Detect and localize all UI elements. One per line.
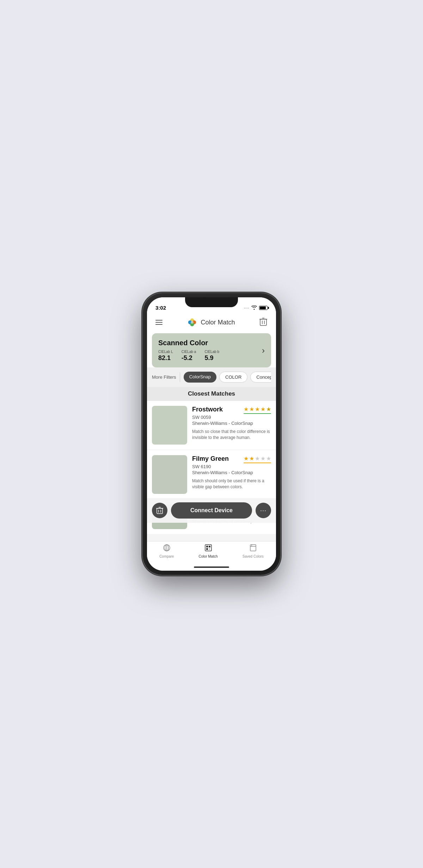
frostwork-code: SW 0059 bbox=[192, 415, 271, 420]
filter-divider bbox=[180, 372, 180, 382]
svg-rect-18 bbox=[205, 545, 212, 551]
more-filters-label[interactable]: More Filters bbox=[152, 374, 176, 380]
lab-l-label: CIELab L bbox=[158, 350, 173, 354]
matches-list[interactable]: Frostwork ★ ★ ★ ★ ★ SW 0059 bbox=[147, 401, 276, 541]
app-title: Color Match bbox=[201, 319, 235, 326]
connect-device-button[interactable]: Connect Device bbox=[171, 502, 252, 519]
wifi-icon bbox=[251, 305, 257, 311]
star-1: ★ bbox=[244, 406, 249, 413]
phone-screen: 3:02 ···· bbox=[147, 297, 276, 571]
frostwork-desc: Match so close that the color difference… bbox=[192, 429, 271, 441]
filmy-green-stars: ★ ★ ★ ★ ★ bbox=[244, 455, 271, 463]
frostwork-name-row: Frostwork ★ ★ ★ ★ ★ bbox=[192, 406, 271, 415]
chip-concepts[interactable]: Concepts bbox=[250, 372, 271, 383]
home-bar bbox=[194, 566, 229, 568]
lab-b-label: CIELab b bbox=[204, 350, 219, 354]
frostwork-brand: Sherwin-Williams - ColorSnap bbox=[192, 421, 271, 426]
star-3: ★ bbox=[255, 406, 260, 413]
battery-icon bbox=[259, 306, 268, 310]
filmy-green-desc: Match should only be used if there is a … bbox=[192, 478, 271, 490]
header-trash-button[interactable] bbox=[258, 316, 269, 329]
frostwork-stars-underline bbox=[244, 413, 271, 414]
saved-colors-label: Saved Colors bbox=[243, 554, 264, 558]
lab-a-group: CIELab a -5.2 bbox=[182, 350, 196, 362]
scanned-color-info: Scanned Color CIELab L 82.1 CIELab a -5.… bbox=[158, 339, 262, 362]
lab-l-value: 82.1 bbox=[158, 354, 173, 362]
filmy-green-name-row: Filmy Green ★ ★ ★ ★ ★ bbox=[192, 455, 271, 464]
frostwork-swatch bbox=[152, 406, 187, 445]
filmy-green-stars-row: ★ ★ ★ ★ ★ bbox=[244, 455, 271, 462]
status-time: 3:02 bbox=[155, 305, 166, 311]
svg-rect-23 bbox=[250, 545, 256, 551]
lab-b-group: CIELab b 5.9 bbox=[204, 350, 219, 362]
app-header: Color Match bbox=[147, 313, 276, 333]
connect-device-overlay: Connect Device ··· bbox=[147, 498, 276, 523]
filmy-green-swatch bbox=[152, 455, 187, 494]
fg-star-4: ★ bbox=[260, 455, 265, 462]
app-logo: Color Match bbox=[186, 317, 235, 328]
overlay-trash-button[interactable] bbox=[152, 503, 167, 518]
svg-rect-19 bbox=[206, 546, 208, 547]
star-4: ★ bbox=[260, 406, 265, 413]
hamburger-icon[interactable] bbox=[154, 318, 164, 326]
svg-rect-21 bbox=[206, 548, 208, 550]
svg-rect-5 bbox=[260, 319, 266, 326]
scanned-values: CIELab L 82.1 CIELab a -5.2 CIELab b 5.9 bbox=[158, 350, 262, 362]
home-indicator bbox=[147, 564, 276, 571]
lab-l-group: CIELab L 82.1 bbox=[158, 350, 173, 362]
color-match-icon bbox=[204, 544, 212, 553]
lab-a-value: -5.2 bbox=[182, 354, 196, 362]
compare-icon bbox=[163, 544, 171, 553]
svg-rect-10 bbox=[157, 508, 163, 514]
filmy-green-name: Filmy Green bbox=[192, 455, 229, 463]
more-options-button[interactable]: ··· bbox=[256, 503, 271, 518]
filmy-green-code: SW 6190 bbox=[192, 464, 271, 469]
filmy-green-info: Filmy Green ★ ★ ★ ★ ★ SW 619 bbox=[192, 455, 271, 490]
star-5: ★ bbox=[266, 406, 271, 413]
section-header-text: Closest Matches bbox=[188, 390, 235, 397]
lab-b-value: 5.9 bbox=[204, 354, 219, 362]
star-2: ★ bbox=[249, 406, 254, 413]
filter-bar: More Filters ColorSnap COLOR Concepts bbox=[147, 367, 276, 387]
notch bbox=[185, 297, 238, 307]
chip-color[interactable]: COLOR bbox=[219, 372, 247, 383]
phone-frame: 3:02 ···· bbox=[143, 293, 280, 575]
match-item-filmy-green[interactable]: Filmy Green ★ ★ ★ ★ ★ SW 619 bbox=[147, 450, 276, 499]
bottom-nav: Compare Color Match bbox=[147, 541, 276, 564]
color-match-label: Color Match bbox=[199, 554, 218, 558]
nav-compare[interactable]: Compare bbox=[159, 544, 174, 558]
closest-matches-header: Closest Matches bbox=[147, 387, 276, 401]
logo-icon bbox=[186, 317, 198, 328]
compare-label: Compare bbox=[159, 554, 174, 558]
status-icons: ···· bbox=[244, 305, 268, 311]
chevron-right-icon: › bbox=[262, 346, 265, 355]
chip-colorsnap[interactable]: ColorSnap bbox=[184, 372, 216, 383]
nav-color-match[interactable]: Color Match bbox=[199, 544, 218, 558]
signal-icon: ···· bbox=[244, 306, 249, 310]
scanned-color-section[interactable]: Scanned Color CIELab L 82.1 CIELab a -5.… bbox=[152, 333, 271, 367]
nav-saved-colors[interactable]: Saved Colors bbox=[243, 544, 264, 558]
fg-star-1: ★ bbox=[244, 455, 249, 462]
filmy-green-stars-underline bbox=[244, 463, 271, 463]
saved-colors-icon bbox=[249, 544, 257, 553]
frostwork-info: Frostwork ★ ★ ★ ★ ★ SW 0059 bbox=[192, 406, 271, 441]
lab-a-label: CIELab a bbox=[182, 350, 196, 354]
fg-star-5: ★ bbox=[266, 455, 271, 462]
frostwork-stars: ★ ★ ★ ★ ★ bbox=[244, 406, 271, 414]
svg-rect-20 bbox=[209, 546, 210, 547]
frostwork-stars-row: ★ ★ ★ ★ ★ bbox=[244, 406, 271, 413]
scanned-title: Scanned Color bbox=[158, 339, 262, 347]
fg-star-2: ★ bbox=[249, 455, 254, 462]
match-item-frostwork[interactable]: Frostwork ★ ★ ★ ★ ★ SW 0059 bbox=[147, 401, 276, 450]
filter-chips: ColorSnap COLOR Concepts bbox=[184, 372, 271, 383]
filmy-green-brand: Sherwin-Williams - ColorSnap bbox=[192, 470, 271, 475]
svg-point-4 bbox=[191, 321, 194, 324]
frostwork-name: Frostwork bbox=[192, 406, 223, 413]
fg-star-3: ★ bbox=[255, 455, 260, 462]
